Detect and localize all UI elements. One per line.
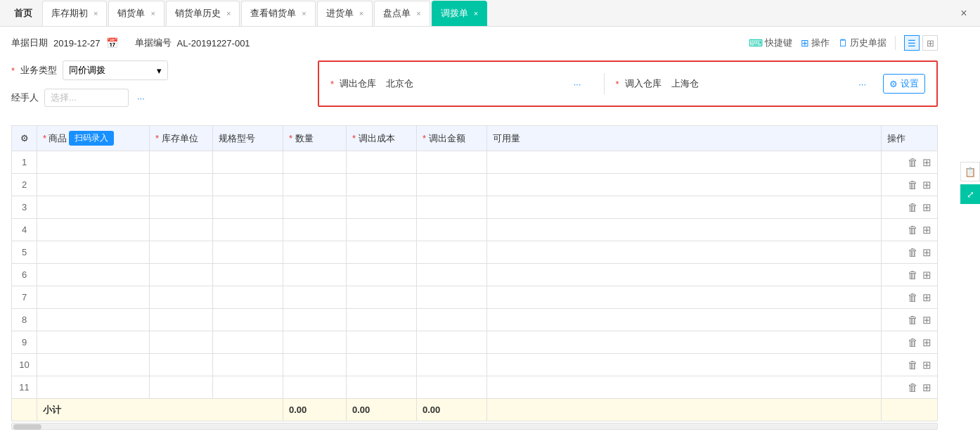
target-warehouse-value: 上海仓 bbox=[671, 77, 699, 90]
copy-icon[interactable]: ⊞ bbox=[922, 156, 931, 169]
qty-required-star: * bbox=[289, 133, 292, 144]
col-gear[interactable]: ⚙ bbox=[12, 126, 37, 151]
col-spec: 规格型号 bbox=[213, 126, 283, 151]
order-value: AL-20191227-001 bbox=[177, 38, 250, 49]
date-field: 单据日期 2019-12-27 📅 bbox=[11, 37, 118, 49]
person-more-icon[interactable]: ··· bbox=[137, 93, 145, 103]
horizontal-scrollbar[interactable] bbox=[11, 423, 938, 430]
biz-type-row: * 业务类型 同价调拨 ▾ bbox=[11, 60, 307, 80]
subtotal-qty: 0.00 bbox=[283, 399, 347, 421]
tab-sales-order[interactable]: 销货单 × bbox=[108, 1, 164, 26]
target-warehouse-more[interactable]: ··· bbox=[858, 79, 877, 89]
copy-icon[interactable]: ⊞ bbox=[922, 179, 931, 191]
tab-close-view-sales[interactable]: × bbox=[302, 9, 306, 18]
operations-button[interactable]: ⊞ 操作 bbox=[801, 37, 830, 49]
copy-icon[interactable]: ⊞ bbox=[922, 224, 931, 236]
delete-icon[interactable]: 🗑 bbox=[908, 246, 918, 258]
delete-icon[interactable]: 🗑 bbox=[908, 314, 918, 326]
order-label: 单据编号 bbox=[135, 37, 172, 49]
table-row: 10🗑⊞ bbox=[12, 354, 938, 376]
tab-close-transfer[interactable]: × bbox=[474, 9, 478, 18]
table-row: 4🗑⊞ bbox=[12, 219, 938, 241]
col-product: * 商品 扫码录入 bbox=[37, 126, 150, 151]
date-label: 单据日期 bbox=[11, 37, 48, 49]
expand-icon: ⤢ bbox=[967, 189, 974, 200]
tab-sales-history[interactable]: 销货单历史 × bbox=[166, 1, 240, 26]
copy-icon[interactable]: ⊞ bbox=[922, 359, 931, 371]
warehouse-divider bbox=[604, 73, 605, 94]
delete-icon[interactable]: 🗑 bbox=[908, 224, 918, 236]
layout-list-button[interactable]: ☰ bbox=[904, 35, 920, 51]
date-value: 2019-12-27 bbox=[53, 38, 101, 49]
unit-required-star: * bbox=[155, 133, 159, 144]
delete-icon[interactable]: 🗑 bbox=[908, 336, 918, 348]
window-close-button[interactable]: × bbox=[953, 3, 974, 24]
tab-close-sales-order[interactable]: × bbox=[150, 9, 155, 18]
cost-required-star: * bbox=[352, 133, 356, 144]
chevron-down-icon: ▾ bbox=[157, 65, 162, 76]
table-row: 9🗑⊞ bbox=[12, 331, 938, 354]
warehouse-section: * 调出仓库 北京仓 ··· * 调入仓库 上海仓 ··· ⚙ 设置 bbox=[318, 60, 938, 107]
shortcuts-button[interactable]: ⌨ 快捷键 bbox=[749, 37, 792, 49]
table-row: 2🗑⊞ bbox=[12, 174, 938, 196]
order-field: 单据编号 AL-20191227-001 bbox=[135, 37, 250, 49]
copy-icon[interactable]: ⊞ bbox=[922, 381, 931, 394]
subtotal-cost: 0.00 bbox=[347, 399, 417, 421]
tab-inventory-init[interactable]: 库存期初 × bbox=[42, 1, 107, 26]
copy-icon[interactable]: ⊞ bbox=[922, 291, 931, 304]
tab-close-inventory-init[interactable]: × bbox=[94, 9, 98, 18]
toolbar-divider bbox=[895, 36, 896, 50]
delete-icon[interactable]: 🗑 bbox=[908, 201, 918, 213]
note-float-button[interactable]: 📋 bbox=[960, 162, 980, 181]
person-input[interactable]: 选择... bbox=[44, 89, 129, 107]
delete-icon[interactable]: 🗑 bbox=[908, 381, 918, 393]
tab-purchase-order[interactable]: 进货单 × bbox=[317, 1, 373, 26]
target-required-star: * bbox=[616, 79, 619, 89]
tab-close-sales-history[interactable]: × bbox=[226, 9, 231, 18]
scan-button[interactable]: 扫码录入 bbox=[69, 131, 114, 146]
history-button[interactable]: 🗒 历史单据 bbox=[838, 37, 886, 49]
copy-icon[interactable]: ⊞ bbox=[922, 314, 931, 326]
tab-close-stocktake[interactable]: × bbox=[416, 9, 420, 18]
table-row: 7🗑⊞ bbox=[12, 286, 938, 309]
col-available: 可用量 bbox=[487, 126, 882, 151]
delete-icon[interactable]: 🗑 bbox=[908, 269, 918, 281]
copy-icon[interactable]: ⊞ bbox=[922, 336, 931, 349]
delete-icon[interactable]: 🗑 bbox=[908, 156, 918, 168]
layout-buttons: ☰ ⊞ bbox=[904, 35, 938, 51]
col-ops: 操作 bbox=[882, 126, 938, 151]
tab-view-sales[interactable]: 查看销货单 × bbox=[241, 1, 315, 26]
person-row: 经手人 选择... ··· bbox=[11, 89, 307, 107]
right-float-panel: 📋 ⤢ bbox=[960, 162, 980, 204]
tab-transfer[interactable]: 调拨单 × bbox=[432, 1, 487, 26]
layout-grid-button[interactable]: ⊞ bbox=[922, 35, 938, 51]
tab-home[interactable]: 首页 bbox=[6, 1, 41, 26]
copy-icon[interactable]: ⊞ bbox=[922, 269, 931, 281]
data-table: ⚙ * 商品 扫码录入 * 库存单位 规格型号 bbox=[11, 125, 938, 421]
settings-button[interactable]: ⚙ 设置 bbox=[883, 74, 925, 94]
shortcuts-icon: ⌨ bbox=[749, 37, 763, 49]
gear-settings-icon: ⚙ bbox=[20, 133, 29, 144]
left-form-section: * 业务类型 同价调拨 ▾ 经手人 选择... ··· bbox=[11, 60, 307, 117]
biz-type-label: 业务类型 bbox=[20, 64, 57, 77]
gear-icon: ⚙ bbox=[889, 79, 898, 89]
copy-icon[interactable]: ⊞ bbox=[922, 246, 931, 259]
amount-required-star: * bbox=[423, 133, 426, 144]
expand-float-button[interactable]: ⤢ bbox=[960, 184, 980, 204]
delete-icon[interactable]: 🗑 bbox=[908, 359, 918, 371]
biz-type-select[interactable]: 同价调拨 ▾ bbox=[63, 60, 168, 80]
form-header: 单据日期 2019-12-27 📅 单据编号 AL-20191227-001 ⌨… bbox=[11, 35, 938, 51]
copy-icon[interactable]: ⊞ bbox=[922, 201, 931, 214]
table-row: 6🗑⊞ bbox=[12, 264, 938, 286]
toolbar-right: ⌨ 快捷键 ⊞ 操作 🗒 历史单据 ☰ ⊞ bbox=[749, 35, 938, 51]
table-row: 11🗑⊞ bbox=[12, 376, 938, 399]
scroll-thumb[interactable] bbox=[13, 424, 41, 430]
delete-icon[interactable]: 🗑 bbox=[908, 291, 918, 303]
source-warehouse-more[interactable]: ··· bbox=[574, 79, 593, 89]
delete-icon[interactable]: 🗑 bbox=[908, 179, 918, 191]
person-label: 经手人 bbox=[11, 91, 39, 104]
tab-stocktake[interactable]: 盘点单 × bbox=[374, 1, 430, 26]
tab-close-purchase-order[interactable]: × bbox=[359, 9, 363, 18]
calendar-icon[interactable]: 📅 bbox=[106, 37, 118, 49]
subtotal-label: 小计 bbox=[37, 399, 283, 421]
